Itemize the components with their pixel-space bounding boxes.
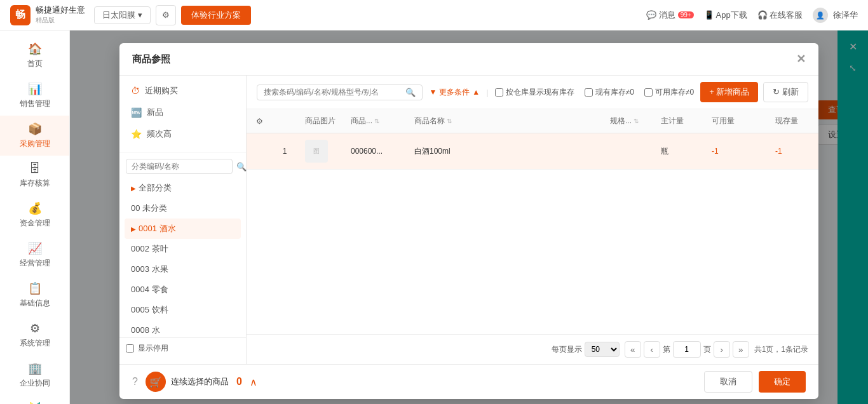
left-panel-top: ⏱ 近期购买 🆕 新品 ⭐ 频次高 bbox=[119, 81, 246, 149]
sidebar-item-finance[interactable]: 💰 资金管理 bbox=[0, 195, 69, 235]
recent-buy-item[interactable]: ⏱ 近期购买 bbox=[125, 81, 241, 101]
left-panel-footer: 显示停用 bbox=[119, 337, 246, 359]
filter-icon: ▼ bbox=[429, 88, 437, 97]
sidebar-item-sales[interactable]: 📊 销售管理 bbox=[0, 76, 69, 116]
product-search-box: 🔍 bbox=[257, 84, 423, 100]
online-service[interactable]: 🎧 在线客服 bbox=[757, 10, 803, 21]
prev-page-button[interactable]: ‹ bbox=[644, 341, 660, 358]
message-badge: 99+ bbox=[678, 11, 694, 18]
sidebar-item-label: 经营管理 bbox=[20, 258, 50, 269]
sidebar-item-label: 库存核算 bbox=[20, 178, 50, 189]
toolbar-right-buttons: + 新增商品 ↻ 刷新 bbox=[700, 82, 808, 102]
show-disabled-input[interactable] bbox=[126, 344, 134, 353]
modal-close-button[interactable]: ✕ bbox=[796, 52, 806, 66]
help-icon[interactable]: ? bbox=[132, 376, 138, 387]
cb-stock-input[interactable] bbox=[585, 88, 593, 97]
purchase-icon: 📦 bbox=[28, 122, 42, 136]
first-page-button[interactable]: « bbox=[625, 341, 641, 358]
next-page-button[interactable]: › bbox=[714, 341, 730, 358]
new-items-item[interactable]: 🆕 新品 bbox=[125, 102, 241, 123]
pagination: 每页显示 50 10 20 100 « ‹ bbox=[247, 334, 818, 364]
nav-dropdown[interactable]: 日太阳膜 ▾ bbox=[94, 6, 151, 24]
category-item-unclassified[interactable]: 00 未分类 bbox=[125, 198, 241, 219]
nav-dropdown-label: 日太阳膜 bbox=[102, 10, 135, 21]
collapse-button[interactable]: ∧ bbox=[250, 376, 257, 388]
gear-icon[interactable]: ⚙ bbox=[156, 5, 176, 25]
sidebar-item-enterprise[interactable]: 🏢 企业协同 bbox=[0, 355, 69, 395]
topbar-nav: 日太阳膜 ▾ ⚙ 体验行业方案 bbox=[94, 5, 639, 25]
sidebar-item-operations[interactable]: 📈 经营管理 bbox=[0, 235, 69, 275]
category-item-beverage[interactable]: 0005 饮料 bbox=[125, 300, 241, 320]
th-num bbox=[272, 109, 297, 133]
td-name: 白酒100ml bbox=[407, 133, 602, 170]
th-stock: 现存量 bbox=[768, 109, 818, 133]
table-row[interactable]: 1 图 000600... 白酒100ml 瓶 -1 bbox=[247, 133, 818, 170]
cb-avail-input[interactable] bbox=[644, 88, 653, 97]
sales-icon: 📊 bbox=[28, 82, 42, 96]
modal-header: 商品参照 ✕ bbox=[119, 43, 818, 76]
logo-sub: 精品版 bbox=[36, 16, 85, 25]
category-label: 0002 茶叶 bbox=[131, 243, 168, 255]
username: 徐泽华 bbox=[833, 10, 858, 20]
product-table-container: ⚙ 商品图片 商品... ⇅ 商品名称 bbox=[247, 109, 818, 334]
th-name-label: 商品名称 bbox=[414, 116, 445, 125]
cb-by-warehouse[interactable]: 按仓库显示现有库存 bbox=[495, 87, 574, 98]
filter-button[interactable]: ▼ 更多条件 ▲ bbox=[429, 87, 480, 98]
filter-arrow-icon: ▲ bbox=[472, 88, 480, 97]
th-name[interactable]: 商品名称 ⇅ bbox=[407, 109, 602, 133]
sidebar-item-label: 系统管理 bbox=[20, 338, 50, 349]
app-download[interactable]: 📱 App下载 bbox=[704, 10, 747, 21]
product-search-input[interactable] bbox=[264, 88, 403, 97]
sidebar-item-guide[interactable]: 🔰 新手引导 bbox=[0, 395, 69, 404]
th-code[interactable]: 商品... ⇅ bbox=[343, 109, 407, 133]
experience-button[interactable]: 体验行业方案 bbox=[181, 6, 251, 25]
category-item-all[interactable]: ▶ 全部分类 bbox=[125, 178, 241, 198]
th-spec[interactable]: 规格... ⇅ bbox=[602, 109, 653, 133]
high-freq-item[interactable]: ⭐ 频次高 bbox=[125, 124, 241, 144]
refresh-button[interactable]: ↻ 刷新 bbox=[763, 82, 808, 102]
rp-toolbar: 🔍 ▼ 更多条件 ▲ | 按仓库显示现有库存 bbox=[247, 76, 818, 109]
sidebar-item-system[interactable]: ⚙ 系统管理 bbox=[0, 315, 69, 355]
finance-icon: 💰 bbox=[28, 201, 42, 215]
th-spec-label: 规格... bbox=[610, 116, 632, 125]
new-icon: 🆕 bbox=[131, 107, 142, 118]
th-img: 商品图片 bbox=[297, 109, 343, 133]
confirm-button[interactable]: 确定 bbox=[759, 371, 806, 393]
cb-by-warehouse-label: 按仓库显示现有库存 bbox=[506, 87, 574, 98]
category-label: 0005 饮料 bbox=[131, 304, 168, 316]
user-area[interactable]: 👤 徐泽华 bbox=[813, 8, 858, 23]
cb-by-warehouse-input[interactable] bbox=[495, 88, 503, 97]
guide-icon: 🔰 bbox=[28, 401, 42, 404]
category-item-tea[interactable]: 0002 茶叶 bbox=[125, 239, 241, 259]
sidebar-item-basic-info[interactable]: 📋 基础信息 bbox=[0, 275, 69, 315]
enterprise-icon: 🏢 bbox=[28, 361, 42, 375]
cancel-button[interactable]: 取消 bbox=[704, 371, 752, 393]
add-product-button[interactable]: + 新增商品 bbox=[700, 82, 758, 102]
cart-count: 0 bbox=[236, 376, 242, 387]
modal-title: 商品参照 bbox=[132, 53, 170, 65]
sidebar-item-purchase[interactable]: 📦 采购管理 bbox=[0, 116, 69, 156]
page-input[interactable] bbox=[673, 341, 701, 358]
category-item-snack[interactable]: 0004 零食 bbox=[125, 279, 241, 300]
filter-checkboxes: 按仓库显示现有库存 现有库存≠0 可用库存≠0 bbox=[495, 87, 695, 98]
page-size-select[interactable]: 50 10 20 100 bbox=[585, 342, 620, 357]
last-page-button[interactable]: » bbox=[733, 341, 749, 358]
category-item-water[interactable]: 0008 水 bbox=[125, 320, 241, 337]
sidebar-item-home[interactable]: 🏠 首页 bbox=[0, 36, 69, 76]
cb-avail-neq0[interactable]: 可用库存≠0 bbox=[644, 87, 694, 98]
new-items-label: 新品 bbox=[147, 107, 163, 118]
show-disabled-checkbox[interactable]: 显示停用 bbox=[126, 343, 240, 354]
category-item-liquor[interactable]: ▶ 0001 酒水 bbox=[125, 219, 241, 239]
search-icon[interactable]: 🔍 bbox=[236, 162, 247, 172]
home-icon: 🏠 bbox=[28, 42, 42, 56]
search-icon[interactable]: 🔍 bbox=[405, 88, 416, 97]
category-item-fruit[interactable]: 0003 水果 bbox=[125, 259, 241, 279]
message-area[interactable]: 💬 消息 99+ bbox=[646, 10, 694, 21]
product-table: ⚙ 商品图片 商品... ⇅ 商品名称 bbox=[247, 109, 818, 170]
sidebar-item-label: 资金管理 bbox=[20, 218, 50, 229]
category-search-input[interactable] bbox=[126, 159, 233, 174]
sidebar-item-label: 采购管理 bbox=[20, 138, 50, 149]
cb-stock-neq0[interactable]: 现有库存≠0 bbox=[585, 87, 634, 98]
logo-text: 畅捷通好生意 bbox=[36, 5, 85, 16]
sidebar-item-inventory[interactable]: 🗄 库存核算 bbox=[0, 156, 69, 195]
